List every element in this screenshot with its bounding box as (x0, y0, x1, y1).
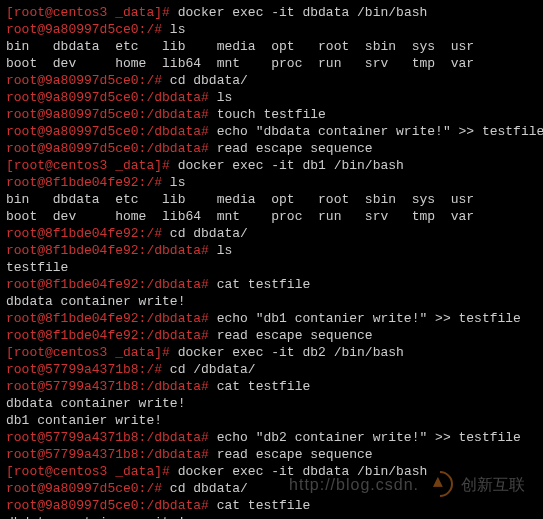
shell-prompt: root@9a80997d5ce0:/dbdata# (6, 141, 217, 156)
terminal-line: root@8f1bde04fe92:/# ls (6, 174, 537, 191)
shell-command: ls (217, 243, 233, 258)
shell-prompt: root@8f1bde04fe92:/# (6, 175, 170, 190)
shell-command: cd dbdata/ (170, 226, 248, 241)
shell-command: echo "db1 contanier write!" >> testfile (217, 311, 521, 326)
terminal-line: [root@centos3 _data]# docker exec -it db… (6, 4, 537, 21)
shell-command: read escape sequence (217, 328, 373, 343)
shell-command: cd /dbdata/ (170, 362, 256, 377)
terminal-line: root@9a80997d5ce0:/dbdata# ls (6, 89, 537, 106)
terminal-line: boot dev home lib64 mnt proc run srv tmp… (6, 55, 537, 72)
terminal-line: dbdata container write! (6, 293, 537, 310)
shell-prompt: root@57799a4371b8:/# (6, 362, 170, 377)
terminal-line: [root@centos3 _data]# docker exec -it db… (6, 157, 537, 174)
shell-command: docker exec -it dbdata /bin/bash (178, 464, 428, 479)
shell-prompt: root@57799a4371b8:/dbdata# (6, 430, 217, 445)
shell-prompt: root@8f1bde04fe92:/dbdata# (6, 311, 217, 326)
shell-command: cd dbdata/ (170, 73, 248, 88)
terminal-line: bin dbdata etc lib media opt root sbin s… (6, 191, 537, 208)
terminal-line: root@57799a4371b8:/# cd /dbdata/ (6, 361, 537, 378)
terminal-line: root@9a80997d5ce0:/dbdata# cat testfile (6, 497, 537, 514)
shell-prompt: root@9a80997d5ce0:/# (6, 73, 170, 88)
shell-prompt: root@8f1bde04fe92:/dbdata# (6, 328, 217, 343)
shell-command: cat testfile (217, 379, 311, 394)
shell-prompt: root@57799a4371b8:/dbdata# (6, 379, 217, 394)
shell-prompt: root@8f1bde04fe92:/dbdata# (6, 243, 217, 258)
terminal-line: root@9a80997d5ce0:/# cd dbdata/ (6, 72, 537, 89)
terminal-line: [root@centos3 _data]# docker exec -it db… (6, 463, 537, 480)
shell-prompt: root@9a80997d5ce0:/dbdata# (6, 90, 217, 105)
shell-command: docker exec -it db2 /bin/bash (178, 345, 404, 360)
shell-prompt: root@57799a4371b8:/dbdata# (6, 447, 217, 462)
shell-command: ls (170, 22, 186, 37)
shell-prompt: [root@centos3 _data]# (6, 345, 178, 360)
shell-command: read escape sequence (217, 447, 373, 462)
terminal-line: root@57799a4371b8:/dbdata# cat testfile (6, 378, 537, 395)
shell-prompt: root@9a80997d5ce0:/# (6, 22, 170, 37)
shell-prompt: root@8f1bde04fe92:/# (6, 226, 170, 241)
terminal-output[interactable]: [root@centos3 _data]# docker exec -it db… (6, 4, 537, 519)
terminal-line: root@8f1bde04fe92:/# cd dbdata/ (6, 225, 537, 242)
shell-prompt: root@9a80997d5ce0:/dbdata# (6, 124, 217, 139)
terminal-line: root@8f1bde04fe92:/dbdata# cat testfile (6, 276, 537, 293)
shell-prompt: root@8f1bde04fe92:/dbdata# (6, 277, 217, 292)
shell-command: ls (217, 90, 233, 105)
terminal-line: root@8f1bde04fe92:/dbdata# read escape s… (6, 327, 537, 344)
terminal-line: boot dev home lib64 mnt proc run srv tmp… (6, 208, 537, 225)
terminal-line: bin dbdata etc lib media opt root sbin s… (6, 38, 537, 55)
shell-prompt: [root@centos3 _data]# (6, 464, 178, 479)
terminal-line: root@9a80997d5ce0:/# ls (6, 21, 537, 38)
terminal-line: root@8f1bde04fe92:/dbdata# echo "db1 con… (6, 310, 537, 327)
terminal-line: root@9a80997d5ce0:/dbdata# touch testfil… (6, 106, 537, 123)
terminal-line: [root@centos3 _data]# docker exec -it db… (6, 344, 537, 361)
shell-command: docker exec -it dbdata /bin/bash (178, 5, 428, 20)
terminal-line: root@9a80997d5ce0:/dbdata# read escape s… (6, 140, 537, 157)
shell-command: echo "db2 container write!" >> testfile (217, 430, 521, 445)
shell-prompt: root@9a80997d5ce0:/dbdata# (6, 498, 217, 513)
shell-command: cat testfile (217, 498, 311, 513)
terminal-line: root@57799a4371b8:/dbdata# read escape s… (6, 446, 537, 463)
shell-command: cat testfile (217, 277, 311, 292)
shell-command: docker exec -it db1 /bin/bash (178, 158, 404, 173)
terminal-line: root@8f1bde04fe92:/dbdata# ls (6, 242, 537, 259)
shell-command: echo "dbdata container write!" >> testfi… (217, 124, 543, 139)
terminal-line: root@9a80997d5ce0:/dbdata# echo "dbdata … (6, 123, 537, 140)
shell-prompt: root@9a80997d5ce0:/# (6, 481, 170, 496)
shell-prompt: root@9a80997d5ce0:/dbdata# (6, 107, 217, 122)
shell-command: read escape sequence (217, 141, 373, 156)
terminal-line: dbdata container write! (6, 514, 537, 519)
shell-command: cd dbdata/ (170, 481, 248, 496)
terminal-line: root@9a80997d5ce0:/# cd dbdata/ (6, 480, 537, 497)
shell-prompt: [root@centos3 _data]# (6, 5, 178, 20)
shell-command: touch testfile (217, 107, 326, 122)
terminal-line: db1 contanier write! (6, 412, 537, 429)
terminal-line: root@57799a4371b8:/dbdata# echo "db2 con… (6, 429, 537, 446)
terminal-line: testfile (6, 259, 537, 276)
shell-prompt: [root@centos3 _data]# (6, 158, 178, 173)
terminal-line: dbdata container write! (6, 395, 537, 412)
shell-command: ls (170, 175, 186, 190)
